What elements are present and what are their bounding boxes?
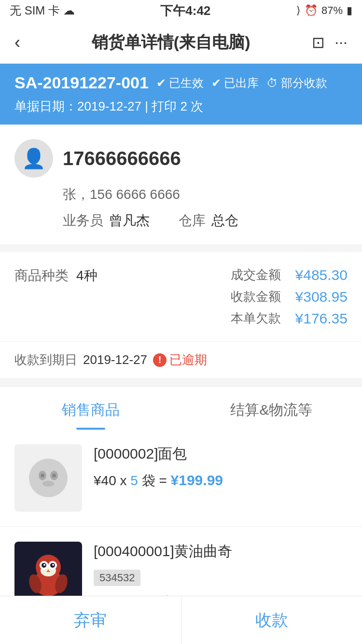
battery: 87% [321,4,343,17]
due-date: 2019-12-27 [83,352,147,367]
received-line: 收款金额 ¥308.95 [231,288,348,305]
stats-row: 商品种类 4种 成交金额 ¥485.30 收款金额 ¥308.95 本单欠款 ¥… [14,266,348,327]
header-band: SA-20191227-001 ✔ 已生效 ✔ 已出库 ⏱ 部分收款 单据日期：… [0,64,362,125]
price-base-1: ¥40 [94,473,116,488]
svg-point-3 [41,474,44,477]
collect-payment-button[interactable]: 收款 [181,596,362,644]
owed-line: 本单欠款 ¥176.35 [231,310,348,327]
avatar: 👤 [14,139,53,178]
owed-label: 本单欠款 [231,310,281,327]
header-date: 单据日期：2019-12-27 | 打印 2 次 [14,98,348,115]
page-title: 销货单详情(来自电脑) [30,31,312,54]
check-icon-2: ✔ [211,76,221,90]
avatar-icon: 👤 [22,147,46,170]
product-tag-2: 534532 [94,570,140,586]
badge-partial-label: 部分收款 [281,75,327,91]
tab-settlement-label: 结算&物流等 [230,402,312,418]
received-label: 收款金额 [231,288,281,305]
category-value: 4种 [76,266,97,285]
svg-point-15 [52,564,54,566]
nav-actions: ⊡ ··· [312,33,348,52]
price-qty-1: 5 [130,473,138,488]
product-image-1 [14,444,82,512]
status-left: 无 SIM 卡 ☁ [10,3,75,18]
tab-sales-products[interactable]: 销售商品 [0,387,181,430]
overdue-icon: ! [153,353,167,367]
customer-name: 张，156 6666 6666 [14,185,348,204]
badge-shipped-label: 已出库 [224,75,259,91]
deal-amount-value: ¥485.30 [295,267,348,283]
tab-settlement[interactable]: 结算&物流等 [181,387,362,430]
order-id: SA-20191227-001 [14,73,149,92]
salesperson-value: 曾凡杰 [109,211,150,230]
divider-1 [0,244,362,252]
due-label: 收款到期日 [14,351,77,368]
nav-bar: ‹ 销货单详情(来自电脑) ⊡ ··· [0,21,362,64]
stats-section: 商品种类 4种 成交金额 ¥485.30 收款金额 ¥308.95 本单欠款 ¥… [0,252,362,341]
header-top-row: SA-20191227-001 ✔ 已生效 ✔ 已出库 ⏱ 部分收款 [14,73,348,92]
product-price-1: ¥40 x 5 袋 = ¥199.99 [94,472,348,490]
warehouse-label: 仓库 [179,211,206,230]
deal-amount-label: 成交金额 [231,266,281,283]
status-right: ⟩ ⏰ 87% ▮ [296,4,352,17]
share-icon[interactable]: ⊡ [312,33,325,52]
salesperson-label: 业务员 [63,211,103,230]
category-label: 商品种类 [14,266,69,285]
more-icon[interactable]: ··· [334,33,348,51]
badge-shipped: ✔ 已出库 [211,75,259,91]
deal-amount-line: 成交金额 ¥485.30 [231,266,348,283]
warehouse-value: 总仓 [211,211,238,230]
abandon-review-button[interactable]: 弃审 [0,596,181,644]
back-button[interactable]: ‹ [14,28,30,57]
product-placeholder-icon-1 [24,454,72,502]
svg-point-0 [29,459,68,497]
badge-effective: ✔ 已生效 [156,75,204,91]
divider-2 [0,378,362,386]
svg-point-5 [42,481,54,487]
stats-left: 商品种类 4种 [14,266,97,285]
alarm-icon: ⏰ [305,4,318,17]
customer-phone: 17666666666 [63,148,181,169]
customer-meta: 业务员 曾凡杰 仓库 总仓 [14,211,348,230]
sim-status: 无 SIM 卡 ☁ [10,3,75,18]
customer-row: 👤 17666666666 [14,139,348,178]
clock-icon: ⏱ [266,76,278,90]
status-bar: 无 SIM 卡 ☁ 下午4:42 ⟩ ⏰ 87% ▮ [0,0,362,21]
product-name-1: [0000002]面包 [94,444,348,464]
svg-point-14 [43,564,45,566]
stats-right: 成交金额 ¥485.30 收款金额 ¥308.95 本单欠款 ¥176.35 [231,266,348,327]
battery-icon: ▮ [347,4,352,17]
location-icon: ⟩ [296,4,301,17]
product-name-2: [000400001]黄油曲奇 [94,542,348,561]
badge-partial: ⏱ 部分收款 [266,75,327,91]
bottom-bar: 弃审 收款 [0,596,362,644]
due-section: 收款到期日 2019-12-27 ! 已逾期 [0,341,362,378]
badge-effective-label: 已生效 [169,75,204,91]
price-eq-1: = [159,473,170,488]
product-item-1: [0000002]面包 ¥40 x 5 袋 = ¥199.99 [0,430,362,526]
overdue-badge: ! 已逾期 [153,351,207,368]
svg-point-4 [52,474,56,477]
customer-section: 👤 17666666666 张，156 6666 6666 业务员 曾凡杰 仓库… [0,125,362,244]
price-total-1: ¥199.99 [171,472,223,488]
received-value: ¥308.95 [295,289,348,305]
product-info-1: [0000002]面包 ¥40 x 5 袋 = ¥199.99 [94,444,348,490]
overdue-text: 已逾期 [169,351,207,368]
price-x-1: x [120,473,131,488]
check-icon-1: ✔ [156,76,166,90]
tabs-section: 销售商品 结算&物流等 [0,386,362,430]
warehouse-item: 仓库 总仓 [179,211,238,230]
status-time: 下午4:42 [160,2,210,19]
owed-value: ¥176.35 [295,310,348,327]
salesperson-item: 业务员 曾凡杰 [63,211,150,230]
tab-sales-label: 销售商品 [62,402,120,418]
price-unit-1: 袋 [142,473,155,488]
